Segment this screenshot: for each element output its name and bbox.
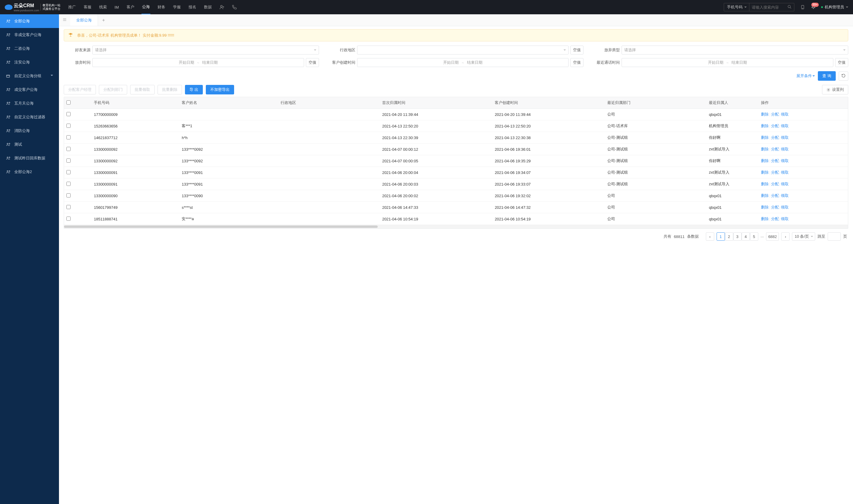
sidebar-item-10[interactable]: 测试昨日回库数据 <box>0 151 59 165</box>
row-claim-link[interactable]: 领取 <box>781 124 789 128</box>
row-assign-link[interactable]: 分配 <box>771 124 779 128</box>
user-menu[interactable]: 机构管理员 <box>821 4 848 10</box>
logo[interactable]: 云朵CRM www.yunduocrm.com 教育机构一站式服务云平台 <box>5 3 60 12</box>
sidebar-item-9[interactable]: 测试 <box>0 138 59 151</box>
filter-create-time-range[interactable]: 开始日期~结束日期 <box>357 58 569 67</box>
row-claim-link[interactable]: 领取 <box>781 147 789 151</box>
filter-abandon-type-select[interactable]: 请选择 <box>621 46 848 55</box>
row-claim-link[interactable]: 领取 <box>781 159 789 163</box>
page-prev[interactable]: ‹ <box>706 232 714 241</box>
horizontal-scrollbar[interactable] <box>64 225 848 229</box>
assign-manager-button[interactable]: 分配客户经理 <box>64 85 96 94</box>
scrollbar-thumb[interactable] <box>64 226 378 228</box>
row-claim-link[interactable]: 领取 <box>781 205 789 210</box>
filter-abandon-time-range[interactable]: 开始日期~结束日期 <box>92 58 304 67</box>
row-checkbox[interactable] <box>67 193 71 197</box>
page-last[interactable]: 6882 <box>766 232 779 241</box>
batch-delete-button[interactable]: 批量删除 <box>158 85 182 94</box>
topnav-item-0[interactable]: 推广 <box>68 0 76 14</box>
phone-icon[interactable] <box>232 4 237 10</box>
row-delete-link[interactable]: 删除 <box>761 205 769 210</box>
row-delete-link[interactable]: 删除 <box>761 170 769 175</box>
page-5[interactable]: 5 <box>750 232 758 241</box>
page-next[interactable]: › <box>781 232 790 241</box>
sidebar-item-6[interactable]: 五月天公海 <box>0 96 59 110</box>
topnav-item-6[interactable]: 财务 <box>157 0 166 14</box>
row-delete-link[interactable]: 删除 <box>761 112 769 116</box>
filter-last-call-null[interactable]: 空值 <box>835 58 848 67</box>
row-assign-link[interactable]: 分配 <box>771 112 779 116</box>
row-assign-link[interactable]: 分配 <box>771 205 779 210</box>
filter-region-null[interactable]: 空值 <box>570 46 583 55</box>
filter-abandon-time-null[interactable]: 空值 <box>306 58 319 67</box>
row-checkbox[interactable] <box>67 147 71 151</box>
topnav-item-5[interactable]: 公海 <box>142 0 150 14</box>
assign-dept-button[interactable]: 分配到部门 <box>99 85 127 94</box>
row-claim-link[interactable]: 领取 <box>781 193 789 198</box>
tab-all-public[interactable]: 全部公海 <box>70 14 98 26</box>
export-button[interactable]: 导 出 <box>185 85 203 94</box>
row-claim-link[interactable]: 领取 <box>781 170 789 175</box>
row-claim-link[interactable]: 领取 <box>781 135 789 140</box>
topnav-item-1[interactable]: 客服 <box>83 0 92 14</box>
search-button[interactable] <box>785 5 794 10</box>
search-type-select[interactable]: 手机号码 <box>724 3 749 11</box>
filter-last-call-range[interactable]: 开始日期~结束日期 <box>621 58 833 67</box>
row-assign-link[interactable]: 分配 <box>771 182 779 186</box>
topnav-item-3[interactable]: IM <box>114 1 120 14</box>
collapse-sidebar-button[interactable] <box>59 18 70 23</box>
row-claim-link[interactable]: 领取 <box>781 217 789 221</box>
row-checkbox[interactable] <box>67 170 71 174</box>
sidebar-item-1[interactable]: 非成交客户公海 <box>0 28 59 42</box>
sidebar-item-4[interactable]: 自定义公海分组 <box>0 69 59 83</box>
row-assign-link[interactable]: 分配 <box>771 193 779 198</box>
expand-filters-link[interactable]: 展开条件 <box>796 73 815 79</box>
filter-region-select[interactable] <box>357 46 569 55</box>
set-columns-button[interactable]: 设置列 <box>822 85 848 94</box>
sidebar-item-5[interactable]: 成交客户公海 <box>0 83 59 96</box>
page-jump-input[interactable] <box>828 232 841 241</box>
sidebar-item-11[interactable]: 全部公海2 <box>0 165 59 179</box>
sidebar-item-2[interactable]: 二咨公海 <box>0 42 59 55</box>
topnav-item-2[interactable]: 线索 <box>98 0 108 14</box>
page-3[interactable]: 3 <box>733 232 742 241</box>
row-claim-link[interactable]: 领取 <box>781 112 789 116</box>
sidebar-item-7[interactable]: 自定义公海过滤器 <box>0 110 59 124</box>
row-checkbox[interactable] <box>67 182 71 186</box>
row-checkbox[interactable] <box>67 112 71 116</box>
row-delete-link[interactable]: 删除 <box>761 217 769 221</box>
select-all-checkbox[interactable] <box>67 101 71 105</box>
row-checkbox[interactable] <box>67 217 71 221</box>
page-4[interactable]: 4 <box>742 232 750 241</box>
sidebar-item-0[interactable]: 全部公海 <box>0 14 59 28</box>
sidebar-item-3[interactable]: 注安公海 <box>0 55 59 69</box>
row-delete-link[interactable]: 删除 <box>761 182 769 186</box>
row-checkbox[interactable] <box>67 124 71 128</box>
row-claim-link[interactable]: 领取 <box>781 182 789 186</box>
query-button[interactable]: 查 询 <box>818 71 836 81</box>
row-delete-link[interactable]: 删除 <box>761 147 769 151</box>
user-add-icon[interactable] <box>219 4 225 10</box>
row-delete-link[interactable]: 删除 <box>761 159 769 163</box>
sidebar-item-8[interactable]: 消防公海 <box>0 124 59 138</box>
row-delete-link[interactable]: 删除 <box>761 135 769 140</box>
notifications[interactable]: 99+ <box>811 4 816 10</box>
topnav-item-4[interactable]: 客户 <box>126 0 135 14</box>
page-1[interactable]: 1 <box>716 232 725 241</box>
page-size-select[interactable]: 10 条/页 <box>792 232 815 241</box>
device-icon[interactable] <box>800 4 806 10</box>
row-delete-link[interactable]: 删除 <box>761 124 769 128</box>
page-2[interactable]: 2 <box>725 232 733 241</box>
topnav-item-8[interactable]: 报名 <box>188 0 197 14</box>
export-plain-button[interactable]: 不加密导出 <box>206 85 234 94</box>
topnav-item-9[interactable]: 数据 <box>203 0 212 14</box>
add-tab-button[interactable]: + <box>98 18 109 23</box>
search-input[interactable] <box>749 4 785 11</box>
row-delete-link[interactable]: 删除 <box>761 193 769 198</box>
row-checkbox[interactable] <box>67 159 71 163</box>
row-assign-link[interactable]: 分配 <box>771 217 779 221</box>
row-assign-link[interactable]: 分配 <box>771 159 779 163</box>
row-assign-link[interactable]: 分配 <box>771 135 779 140</box>
reset-button[interactable] <box>839 71 848 81</box>
row-assign-link[interactable]: 分配 <box>771 147 779 151</box>
